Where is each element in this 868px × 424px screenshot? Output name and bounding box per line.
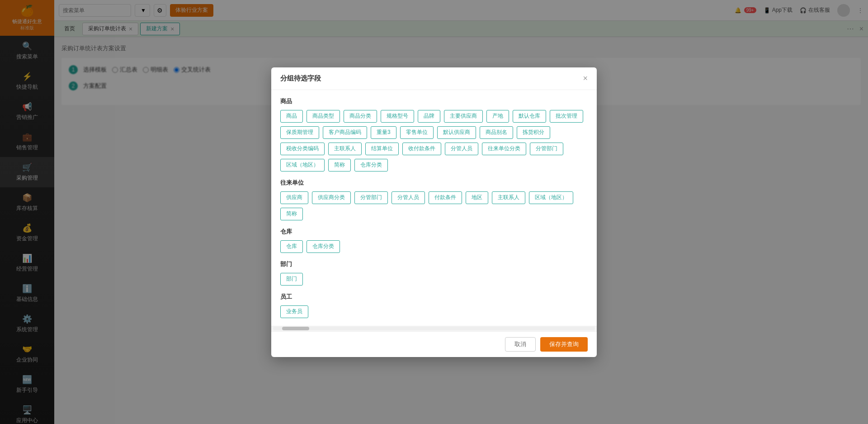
tag-goods-8[interactable]: 批次管理	[550, 110, 583, 123]
section-title-department: 部门	[280, 260, 588, 268]
tag-department-0[interactable]: 部门	[280, 273, 303, 286]
tag-goods-13[interactable]: 默认供应商	[437, 126, 476, 139]
tag-partner-1[interactable]: 供应商分类	[312, 191, 351, 204]
tag-goods-6[interactable]: 产地	[486, 110, 509, 123]
cancel-button[interactable]: 取消	[505, 337, 536, 352]
tag-partner-3[interactable]: 分管人员	[392, 191, 425, 204]
modal-body: 商品商品商品类型商品分类规格型号品牌主要供应商产地默认仓库批次管理保质期管理客户…	[271, 90, 597, 326]
tag-goods-19[interactable]: 收付款条件	[402, 143, 441, 155]
tag-goods-22[interactable]: 分管部门	[530, 143, 563, 155]
tags-grid-employee: 业务员	[280, 305, 588, 318]
tag-goods-0[interactable]: 商品	[280, 110, 303, 123]
tag-employee-0[interactable]: 业务员	[280, 305, 308, 318]
tags-grid-partner: 供应商供应商分类分管部门分管人员付款条件地区主联系人区域（地区）简称	[280, 191, 588, 220]
section-title-employee: 员工	[280, 293, 588, 301]
tag-goods-5[interactable]: 主要供应商	[444, 110, 483, 123]
modal-title: 分组待选字段	[280, 74, 321, 83]
section-title-partner: 往来单位	[280, 179, 588, 187]
tag-goods-21[interactable]: 往来单位分类	[482, 143, 526, 155]
tag-goods-15[interactable]: 拣货积分	[517, 126, 550, 139]
tag-goods-24[interactable]: 简称	[328, 159, 351, 172]
tag-goods-4[interactable]: 品牌	[418, 110, 440, 123]
save-query-button[interactable]: 保存并查询	[540, 337, 588, 352]
tag-goods-20[interactable]: 分管人员	[445, 143, 478, 155]
tag-goods-17[interactable]: 主联系人	[328, 143, 362, 155]
section-department: 部门部门	[280, 260, 588, 286]
section-title-warehouse: 仓库	[280, 228, 588, 236]
section-employee: 员工业务员	[280, 293, 588, 318]
tag-goods-9[interactable]: 保质期管理	[280, 126, 319, 139]
tag-goods-2[interactable]: 商品分类	[344, 110, 377, 123]
tag-goods-18[interactable]: 结算单位	[365, 143, 399, 155]
tag-partner-2[interactable]: 分管部门	[354, 191, 388, 204]
tag-goods-16[interactable]: 税收分类编码	[280, 143, 325, 155]
modal-header: 分组待选字段 ×	[271, 67, 597, 90]
tag-partner-6[interactable]: 主联系人	[492, 191, 525, 204]
tag-warehouse-1[interactable]: 仓库分类	[307, 240, 340, 253]
tag-partner-4[interactable]: 付款条件	[429, 191, 462, 204]
tag-partner-5[interactable]: 地区	[466, 191, 488, 204]
tag-goods-14[interactable]: 商品别名	[480, 126, 513, 139]
tag-goods-23[interactable]: 区域（地区）	[280, 159, 325, 172]
tags-grid-department: 部门	[280, 273, 588, 286]
section-title-goods: 商品	[280, 97, 588, 105]
tag-partner-0[interactable]: 供应商	[280, 191, 308, 204]
tag-goods-3[interactable]: 规格型号	[381, 110, 414, 123]
tag-partner-7[interactable]: 区域（地区）	[529, 191, 573, 204]
horizontal-scrollbar[interactable]	[271, 326, 597, 331]
tags-grid-warehouse: 仓库仓库分类	[280, 240, 588, 253]
modal-close-button[interactable]: ×	[583, 74, 588, 83]
tag-goods-10[interactable]: 客户商品编码	[323, 126, 367, 139]
tag-warehouse-0[interactable]: 仓库	[280, 240, 303, 253]
tags-grid-goods: 商品商品类型商品分类规格型号品牌主要供应商产地默认仓库批次管理保质期管理客户商品…	[280, 110, 588, 172]
section-partner: 往来单位供应商供应商分类分管部门分管人员付款条件地区主联系人区域（地区）简称	[280, 179, 588, 220]
modal-footer: 取消 保存并查询	[271, 331, 597, 357]
tag-partner-8[interactable]: 简称	[280, 208, 303, 220]
section-warehouse: 仓库仓库仓库分类	[280, 228, 588, 253]
tag-goods-1[interactable]: 商品类型	[307, 110, 340, 123]
tag-goods-11[interactable]: 重量3	[371, 126, 396, 139]
tag-goods-25[interactable]: 仓库分类	[354, 159, 388, 172]
field-selection-modal: 分组待选字段 × 商品商品商品类型商品分类规格型号品牌主要供应商产地默认仓库批次…	[271, 67, 597, 357]
tag-goods-7[interactable]: 默认仓库	[513, 110, 546, 123]
tag-goods-12[interactable]: 零售单位	[400, 126, 434, 139]
section-goods: 商品商品商品类型商品分类规格型号品牌主要供应商产地默认仓库批次管理保质期管理客户…	[280, 97, 588, 172]
